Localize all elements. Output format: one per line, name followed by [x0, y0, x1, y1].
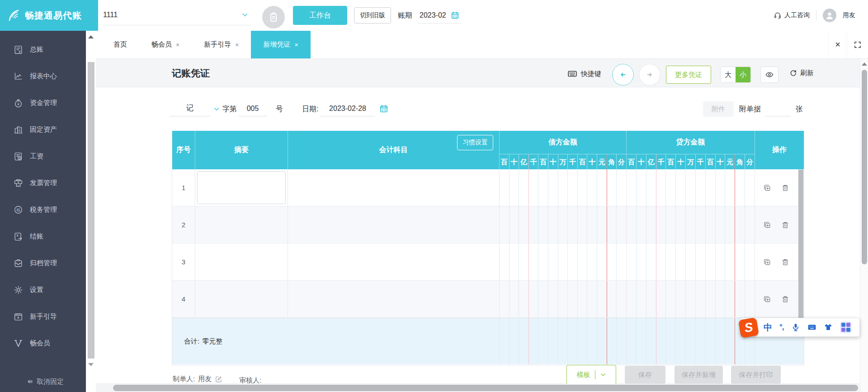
- credit-cell[interactable]: [627, 244, 755, 280]
- microphone-icon[interactable]: [791, 323, 800, 332]
- credit-cell[interactable]: [627, 281, 755, 317]
- workbench-button[interactable]: 工作台: [293, 6, 347, 25]
- voucher-date-field[interactable]: 2023-02-28: [320, 101, 375, 116]
- vertical-scrollbar-thumb[interactable]: [862, 70, 867, 264]
- summary-cell[interactable]: [195, 169, 288, 206]
- table-scrollbar-thumb[interactable]: [798, 170, 803, 318]
- scroll-up-icon[interactable]: [862, 62, 867, 66]
- calendar-icon[interactable]: [379, 104, 388, 113]
- tab-新增凭证[interactable]: 新增凭证×: [251, 31, 310, 58]
- sidebar-scrollbar-thumb[interactable]: [88, 62, 94, 359]
- chevron-down-icon[interactable]: [213, 105, 220, 113]
- chevron-down-icon[interactable]: [600, 372, 606, 378]
- live-support-link[interactable]: 人工咨询: [774, 11, 810, 19]
- next-voucher-button[interactable]: [639, 64, 660, 86]
- period-field[interactable]: 2023-02: [418, 7, 461, 24]
- sidebar-item-ledger[interactable]: ¥总账: [0, 36, 86, 63]
- summary-cell[interactable]: [195, 206, 288, 243]
- size-toggle[interactable]: 大 小: [720, 67, 751, 83]
- user-avatar[interactable]: [823, 9, 836, 22]
- debit-cell[interactable]: [500, 244, 627, 280]
- calendar-icon[interactable]: [451, 11, 459, 19]
- sidebar-item-assets[interactable]: 固定资产: [0, 116, 86, 143]
- sidebar-item-tax[interactable]: 税税务管理: [0, 196, 86, 223]
- size-large-option[interactable]: 大: [721, 67, 736, 82]
- invoice-icon: ¥: [14, 178, 23, 188]
- voucher-number-field[interactable]: 005: [239, 101, 267, 116]
- sidebar-item-reports[interactable]: 报表中心: [0, 63, 86, 90]
- sidebar-item-guide[interactable]: 新手引导: [0, 303, 86, 330]
- ime-punctuation-icon[interactable]: °,: [779, 323, 784, 332]
- horizontal-scrollbar[interactable]: [96, 384, 860, 392]
- tab-close-icon[interactable]: ×: [176, 41, 179, 48]
- size-small-option[interactable]: 小: [736, 67, 750, 82]
- more-vouchers-button[interactable]: 更多凭证: [666, 66, 711, 84]
- workbench-clipboard-icon[interactable]: [262, 6, 285, 29]
- horizontal-scrollbar-thumb[interactable]: [113, 385, 858, 391]
- skin-shirt-icon[interactable]: [824, 323, 833, 332]
- edit-icon[interactable]: [215, 375, 222, 383]
- unpin-sidebar-button[interactable]: 取消固定: [0, 371, 86, 392]
- voucher-word-field[interactable]: 记: [170, 101, 210, 116]
- save-and-print-button[interactable]: 保存并打印: [731, 366, 781, 384]
- summary-cell[interactable]: [195, 244, 288, 280]
- sidebar-item-member[interactable]: 畅会员: [0, 330, 86, 357]
- switch-old-version-button[interactable]: 切到旧版: [354, 7, 391, 24]
- save-and-new-button[interactable]: 保存并新增: [675, 366, 723, 384]
- copy-row-icon[interactable]: [763, 295, 771, 303]
- attachment-count-field[interactable]: [765, 101, 791, 116]
- sidebar-item-salary[interactable]: 工资: [0, 143, 86, 170]
- table-scrollbar[interactable]: [798, 169, 804, 318]
- summary-cell[interactable]: [195, 281, 288, 317]
- account-cell[interactable]: [288, 281, 500, 317]
- username[interactable]: 用友: [843, 11, 855, 19]
- habit-settings-button[interactable]: 习惯设置: [457, 135, 493, 150]
- fullscreen-button[interactable]: [847, 31, 868, 58]
- tab-首页[interactable]: 首页: [101, 31, 139, 58]
- copy-row-icon[interactable]: [763, 221, 771, 229]
- summary-input[interactable]: [197, 171, 286, 204]
- sidebar-item-archive[interactable]: 归档管理: [0, 250, 86, 277]
- delete-row-icon[interactable]: [781, 184, 789, 192]
- attachment-button[interactable]: 附件: [703, 101, 734, 117]
- sidebar-scrollbar[interactable]: [86, 31, 96, 392]
- tab-close-icon[interactable]: ×: [235, 41, 239, 48]
- delete-row-icon[interactable]: [781, 221, 789, 229]
- soft-keyboard-icon[interactable]: [807, 323, 816, 332]
- col-account-header: 会计科目 习惯设置: [288, 131, 500, 169]
- ime-toolbox-icon[interactable]: [840, 321, 852, 333]
- account-cell[interactable]: [288, 244, 500, 280]
- sogou-logo-icon[interactable]: S: [738, 317, 759, 338]
- scroll-down-icon[interactable]: [88, 363, 94, 366]
- copy-row-icon[interactable]: [763, 184, 771, 192]
- save-button[interactable]: 保存: [625, 366, 665, 384]
- scroll-up-icon[interactable]: [88, 35, 94, 38]
- ime-language-mode[interactable]: 中: [764, 323, 772, 332]
- refresh-button[interactable]: 刷新: [789, 69, 814, 77]
- shortcuts-button[interactable]: 快捷键: [567, 69, 601, 79]
- tab-新手引导[interactable]: 新手引导×: [192, 31, 251, 58]
- account-select[interactable]: 1111: [103, 5, 251, 25]
- debit-cell[interactable]: [500, 281, 627, 317]
- previous-voucher-button[interactable]: [612, 64, 634, 86]
- close-all-tabs-button[interactable]: ×: [828, 31, 847, 58]
- account-cell[interactable]: [288, 169, 500, 206]
- debit-cell[interactable]: [500, 206, 627, 243]
- tab-close-icon[interactable]: ×: [294, 41, 298, 48]
- preview-button[interactable]: [760, 67, 778, 83]
- sidebar-item-invoice[interactable]: ¥发票管理: [0, 170, 86, 196]
- debit-cell[interactable]: [500, 169, 627, 206]
- copy-row-icon[interactable]: [763, 258, 771, 266]
- delete-row-icon[interactable]: [781, 295, 789, 303]
- credit-cell[interactable]: [627, 206, 755, 243]
- delete-row-icon[interactable]: [781, 258, 789, 266]
- sidebar-item-settings[interactable]: 设置: [0, 277, 86, 303]
- template-button[interactable]: 模板: [566, 365, 616, 385]
- vertical-scrollbar[interactable]: [860, 59, 868, 392]
- credit-cell[interactable]: [627, 169, 755, 206]
- sidebar-item-closing[interactable]: ¥结账: [0, 223, 86, 250]
- tab-畅会员[interactable]: 畅会员×: [139, 31, 192, 58]
- sidebar-item-funds[interactable]: ¥资金管理: [0, 90, 86, 116]
- creator-value: 用友: [198, 375, 212, 383]
- account-cell[interactable]: [288, 206, 500, 243]
